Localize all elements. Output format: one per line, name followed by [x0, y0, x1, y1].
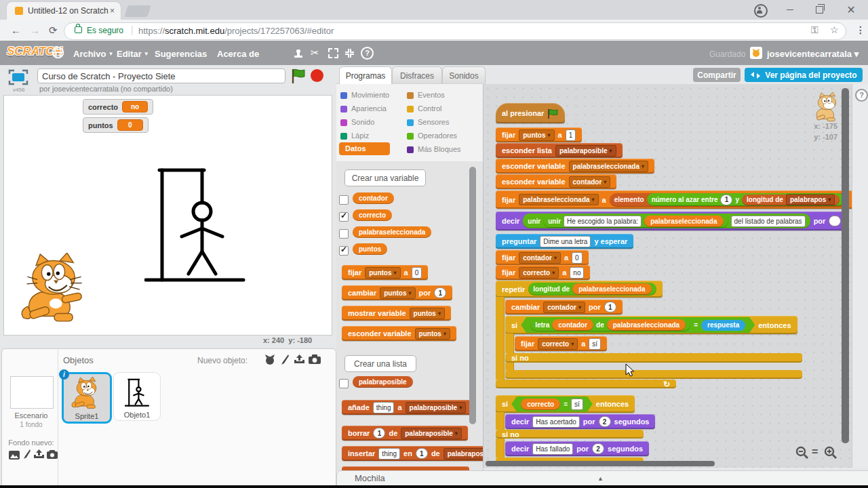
camera-backdrop-icon[interactable]: [47, 450, 58, 459]
hangman-sprite[interactable]: [144, 163, 246, 285]
category-operadores[interactable]: Operadores: [418, 131, 457, 140]
block-fijar-palabraseleccionada[interactable]: fijarpalabraseleccionada a elemento núme…: [496, 190, 852, 209]
backdrop-library-icon[interactable]: [9, 451, 20, 460]
share-button[interactable]: Compartir: [693, 68, 741, 82]
username-menu[interactable]: josevicentecarratala ▾: [767, 49, 859, 59]
tab-programas[interactable]: Programas: [339, 66, 392, 84]
new-tab-button[interactable]: [124, 5, 151, 17]
sprite-item-objeto1[interactable]: Objeto1: [113, 372, 161, 421]
grow-sprite-icon[interactable]: [328, 48, 338, 58]
si-no-bar[interactable]: si no: [505, 353, 802, 363]
block-esconder-variable-palabra[interactable]: esconder variablepalabraseleccionada: [496, 159, 654, 174]
project-title-input[interactable]: [37, 68, 285, 83]
category-eventos[interactable]: Eventos: [418, 91, 445, 99]
create-variable-button[interactable]: Crear una variable: [344, 169, 426, 186]
create-list-button[interactable]: Crear una lista: [344, 355, 416, 372]
list-reporter[interactable]: palabraposible: [353, 376, 413, 388]
restore-button[interactable]: [816, 6, 823, 14]
menu-acerca-de[interactable]: Acerca de: [217, 49, 259, 59]
block-repetir[interactable]: repetir longitud depalabraseleccionada: [496, 281, 663, 298]
duplicate-stamp-icon[interactable]: [293, 48, 304, 59]
scratch-cat-sprite[interactable]: [19, 253, 87, 323]
block-decir-has-acertado[interactable]: decirHas acertado por2 segundos: [505, 414, 655, 429]
variable-reporter[interactable]: contador: [353, 192, 394, 204]
url-text[interactable]: https://scratch.mit.edu/projects/1722570…: [138, 26, 334, 36]
camera-sprite-icon[interactable]: [309, 354, 321, 364]
paint-backdrop-icon[interactable]: [23, 449, 31, 460]
block-decir-has-fallado[interactable]: decirHas fallado por2 segundos: [505, 441, 649, 456]
block-esconder-variable[interactable]: esconder variablepuntos: [342, 326, 456, 341]
variable-reporter[interactable]: puntos: [353, 243, 387, 255]
category-lapiz[interactable]: Lápiz: [351, 131, 369, 140]
variable-reporter[interactable]: palabraseleccionada: [353, 226, 431, 238]
monitor-checkbox[interactable]: [339, 229, 349, 239]
language-globe-icon[interactable]: [52, 46, 64, 59]
small-stage-toggle-icon[interactable]: [8, 69, 28, 85]
profile-icon[interactable]: [754, 4, 768, 18]
block-decir-unir[interactable]: decir unir unir He escogido la palabra: …: [496, 211, 847, 230]
category-sonido[interactable]: Sonido: [351, 118, 374, 126]
block-fijar-contador-0[interactable]: fijarcontador a0: [496, 250, 589, 265]
block-al-presionar-bandera[interactable]: al presionar: [496, 103, 565, 123]
monitor-checkbox[interactable]: [339, 379, 349, 388]
minimize-button[interactable]: ─: [780, 4, 800, 15]
bookmark-star-icon[interactable]: ☆: [830, 24, 839, 35]
block-si-letra[interactable]: si letracontador depalabraseleccionada =…: [505, 316, 797, 334]
reload-icon[interactable]: ⟳: [49, 24, 58, 37]
block-help-icon[interactable]: ?: [361, 47, 374, 60]
monitor-checkbox[interactable]: [339, 212, 349, 222]
monitor-checkbox[interactable]: [339, 246, 349, 256]
category-mas-bloques[interactable]: Más Bloques: [418, 145, 461, 153]
block-insertar-en-lista[interactable]: insertarthing en1 depalabrapos: [342, 446, 484, 461]
monitor-checkbox[interactable]: [339, 195, 349, 205]
upload-sprite-icon[interactable]: [294, 354, 305, 365]
scripts-horizontal-scrollbar[interactable]: [486, 461, 715, 466]
block-fijar-correcto-si[interactable]: fijarcorrecto así: [515, 336, 607, 351]
block-si-correcto[interactable]: si correcto= sí entonces: [496, 395, 635, 413]
stop-sign-icon[interactable]: [311, 69, 323, 82]
stage-thumbnail[interactable]: [10, 376, 54, 409]
back-icon[interactable]: ←: [11, 24, 21, 36]
block-mostrar-variable[interactable]: mostrar variablepuntos: [342, 306, 451, 321]
backpack-bar[interactable]: Mochila ▲: [336, 470, 868, 487]
browser-menu-icon[interactable]: ⋮: [856, 24, 865, 35]
green-flag-icon[interactable]: [290, 68, 307, 84]
block-cambiar-variable[interactable]: cambiarpuntos por1: [342, 285, 452, 300]
browser-tab[interactable]: Untitled-12 on Scratch ×: [7, 2, 121, 20]
help-button[interactable]: ?: [855, 89, 868, 102]
backpack-collapse-icon[interactable]: ▲: [597, 475, 604, 482]
si-no-bar[interactable]: si no: [496, 430, 644, 439]
paint-new-sprite-icon[interactable]: [280, 354, 290, 365]
zoom-reset-button[interactable]: =: [812, 446, 818, 458]
close-tab-icon[interactable]: ×: [110, 6, 115, 16]
block-cambiar-contador[interactable]: cambiarcontador por1: [505, 300, 623, 314]
menu-archivo[interactable]: Archivo▼: [73, 49, 113, 59]
category-datos-active[interactable]: Datos: [339, 142, 390, 155]
close-window-button[interactable]: ✕: [841, 3, 861, 16]
block-fijar-correcto-no[interactable]: fijarcorrecto ano: [496, 265, 590, 280]
upload-backdrop-icon[interactable]: [34, 449, 44, 460]
category-movimiento[interactable]: Movimiento: [351, 91, 389, 99]
shrink-sprite-icon[interactable]: [344, 48, 355, 58]
tab-sonidos[interactable]: Sonidos: [442, 66, 486, 84]
zoom-in-icon[interactable]: [824, 446, 837, 460]
scripts-pane[interactable]: x: -175y: -107 al presionar fijarpuntos …: [483, 84, 852, 468]
block-fijar-variable[interactable]: fijarpuntos a0: [342, 265, 428, 280]
zoom-out-icon[interactable]: [795, 446, 809, 460]
view-project-page-button[interactable]: Ver página del proyecto: [745, 68, 863, 82]
key-icon[interactable]: ⚿: [811, 24, 818, 36]
delete-scissors-icon[interactable]: ✂: [311, 47, 319, 59]
block-esconder-lista[interactable]: esconder listapalabraposible: [496, 143, 623, 158]
block-fijar-puntos-1[interactable]: fijarpuntos a1: [496, 127, 582, 142]
block-borrar-de-lista[interactable]: borrar1 depalabraposible: [342, 426, 468, 441]
variable-monitor[interactable]: puntos 0: [83, 117, 149, 133]
category-apariencia[interactable]: Apariencia: [351, 104, 387, 113]
block-preguntar[interactable]: preguntarDime una letra y esperar: [496, 234, 633, 249]
category-control[interactable]: Control: [418, 104, 441, 113]
menu-editar[interactable]: Editar▼: [117, 49, 149, 59]
variable-monitor[interactable]: correcto no: [83, 99, 153, 115]
palette-scrollbar[interactable]: [469, 167, 476, 424]
block-esconder-variable-contador[interactable]: esconder variablecontador: [496, 174, 616, 189]
sprite-info-icon[interactable]: i: [59, 369, 69, 380]
forward-icon[interactable]: →: [30, 24, 40, 36]
